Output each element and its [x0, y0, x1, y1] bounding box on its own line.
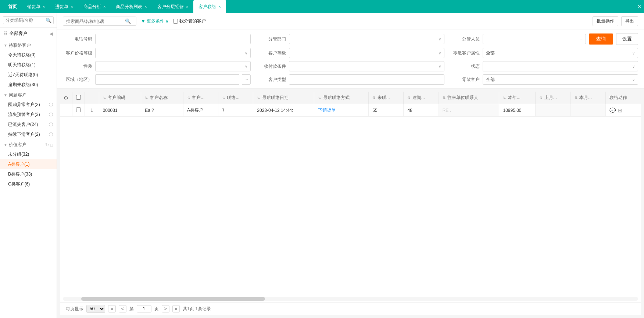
sidebar-search-icon[interactable]: 🔍 — [46, 18, 51, 23]
td-checkbox — [72, 104, 85, 117]
nav-tab-home-label: 首页 — [8, 4, 17, 10]
export-button[interactable]: 导出 — [621, 16, 638, 26]
first-page-button[interactable]: « — [108, 305, 116, 312]
customer-level-input[interactable]: ∨ — [289, 48, 444, 58]
status-input[interactable]: ∨ — [483, 61, 638, 71]
price-level-input[interactable]: ∨ — [95, 48, 251, 58]
retail-attr-arrow-icon: ∨ — [632, 51, 635, 55]
select-all-checkbox[interactable] — [76, 95, 81, 100]
th-last-contact-way: ⇅ 最后联络方式 — [314, 92, 369, 104]
per-page-select[interactable]: 50 100 200 — [86, 305, 105, 313]
sidebar-section-problem[interactable]: ▼ 问题客户 — [0, 90, 57, 100]
top-navigation: 首页 销货单 × 进货单 × 商品分析 × 商品分析列表 × 客户分层经营 × … — [0, 0, 644, 13]
sidebar-item-7day-pending[interactable]: 近7天待联络(0) — [0, 70, 57, 80]
page-number-input[interactable] — [137, 305, 151, 312]
last-contact-way[interactable]: 下销货单 — [318, 107, 336, 113]
dept-input[interactable]: ∨ — [289, 34, 444, 44]
next-page-button[interactable]: > — [162, 305, 169, 312]
sidebar-section-pending[interactable]: ▼ 待联络客户 — [0, 40, 57, 50]
manager-input[interactable]: ··· — [483, 34, 586, 44]
dept-label: 分管部门 — [257, 36, 286, 42]
sidebar-item-churn-warning[interactable]: 流失预警客户(3) ⓘ — [0, 110, 57, 120]
retail-value: 全部 — [486, 77, 495, 83]
customer-table: ⚙ ⇅ 客户编码 ⇅ 客户名 — [60, 92, 641, 117]
batch-operation-button[interactable]: 批量操作 — [593, 16, 618, 26]
filter-row-status: 状态 ∨ — [450, 61, 638, 71]
th-this-month: ⇅ 本月... — [570, 92, 605, 104]
td-this-month — [570, 104, 605, 117]
grid-action-icon[interactable]: ⊞ — [618, 107, 622, 113]
customer-name: Ea — [145, 108, 150, 113]
sidebar-item-class-c[interactable]: C类客户(6) — [0, 179, 57, 189]
retail-input[interactable]: 全部 ∨ — [483, 74, 638, 85]
unit-contact-value: RE . — [443, 108, 451, 113]
sidebar-item-today-pending[interactable]: 今天待联络(0) — [0, 50, 57, 60]
td-contact: 7 — [218, 104, 253, 117]
sidebar-item-overdue-pending[interactable]: 逾期未联络(30) — [0, 80, 57, 90]
nature-input[interactable]: ∨ — [95, 61, 251, 71]
value-settings-icon[interactable]: □ — [50, 142, 53, 148]
nav-tab-analysis-list-close[interactable]: × — [144, 4, 147, 9]
sidebar-item-declining[interactable]: 持续下滑客户(2) ⓘ — [0, 130, 57, 139]
th-last-contact-date: ⇅ 最后联络日期 — [253, 92, 314, 104]
value-refresh-icon[interactable]: ↻ — [45, 142, 49, 148]
comment-action-icon[interactable]: 💬 — [609, 107, 616, 113]
main-layout: 🔍 ⠿ 全部客户 ◀ ▼ 待联络客户 今天待联络(0) 明天待联络(1) 近7天… — [0, 13, 644, 318]
region-input[interactable] — [95, 74, 239, 85]
sidebar-item-churned[interactable]: 已流失客户(24) ⓘ — [0, 120, 57, 130]
horizontal-scrollbar[interactable] — [63, 297, 638, 301]
retail-attr-input[interactable]: 全部 ∨ — [483, 48, 638, 58]
table-container: ⚙ ⇅ 客户编码 ⇅ 客户名 — [60, 92, 641, 315]
nav-tab-analysis[interactable]: 商品分析 × — [78, 0, 111, 13]
nav-tab-customer-contact[interactable]: 客户联络 × — [193, 0, 226, 13]
th-last-month: ⇅ 上月... — [536, 92, 570, 104]
nav-tab-customer-contact-close[interactable]: × — [218, 4, 221, 9]
my-customers-filter[interactable]: 我分管的客户 — [173, 18, 206, 24]
last-page-button[interactable]: » — [172, 305, 180, 312]
region-dots-button[interactable]: ··· — [242, 74, 251, 85]
sidebar-item-ungrouped[interactable]: 未分组(32) — [0, 149, 57, 159]
th-num — [85, 92, 99, 104]
table-scroll[interactable]: ⚙ ⇅ 客户编码 ⇅ 客户名 — [60, 92, 641, 296]
row-num: 1 — [90, 108, 93, 113]
sidebar-section-value-label: 价值客户 — [9, 142, 26, 148]
nav-tab-purchase-close[interactable]: × — [71, 4, 73, 9]
nav-tab-sales-close[interactable]: × — [43, 4, 45, 9]
filter-search-input[interactable] — [66, 19, 125, 24]
table-row: 1 000031 Ea ? A类客户 — [60, 104, 641, 117]
nav-tab-purchase[interactable]: 进货单 × — [50, 0, 78, 13]
settings-button[interactable]: 设置 — [616, 33, 638, 45]
customer-code: 000031 — [103, 108, 118, 113]
retail-label: 零散客户 — [450, 77, 480, 83]
filter-search-icon[interactable]: 🔍 — [125, 18, 131, 24]
last-contact-date: 2023-04-12 14:44: — [257, 108, 293, 113]
sidebar-item-class-b[interactable]: B类客户(33) — [0, 169, 57, 179]
gear-icon[interactable]: ⚙ — [64, 95, 68, 101]
query-button[interactable]: 查询 — [589, 33, 613, 45]
sidebar-item-7day-pending-label: 近7天待联络(0) — [8, 72, 38, 77]
payment-input[interactable]: ∨ — [289, 61, 444, 71]
sidebar-item-hoarding[interactable]: 囤购异常客户(2) ⓘ — [0, 100, 57, 110]
customer-type-input[interactable] — [289, 74, 444, 85]
close-all-tabs-button[interactable]: × — [638, 3, 641, 10]
filter-row-payment: 收付款条件 ∨ — [257, 61, 444, 71]
sidebar-item-tomorrow-pending[interactable]: 明天待联络(1) — [0, 60, 57, 70]
declining-info-icon: ⓘ — [49, 132, 53, 137]
nav-tab-customer-layer-close[interactable]: × — [186, 4, 188, 9]
pending-arrow-icon: ▼ — [4, 43, 7, 47]
last-contact-date-sort-icon: ⇅ — [257, 96, 260, 100]
sidebar-collapse-icon[interactable]: ◀ — [50, 31, 53, 36]
row-checkbox[interactable] — [76, 107, 81, 112]
nav-tab-customer-layer[interactable]: 客户分层经营 × — [152, 0, 193, 13]
sidebar-search-row: 🔍 — [0, 13, 57, 28]
my-customers-checkbox[interactable] — [173, 19, 178, 24]
nav-tab-sales[interactable]: 销货单 × — [22, 0, 50, 13]
nav-tab-analysis-list[interactable]: 商品分析列表 × — [111, 0, 152, 13]
nav-tab-analysis-close[interactable]: × — [103, 4, 105, 9]
filter-more-conditions[interactable]: ▼ 更多条件 ∨ — [141, 18, 169, 24]
phone-input[interactable] — [95, 34, 251, 44]
sidebar-item-class-a[interactable]: A类客户(1) — [0, 159, 57, 169]
nav-tab-home[interactable]: 首页 — [3, 0, 22, 13]
prev-page-button[interactable]: < — [119, 305, 126, 312]
scrollbar-thumb[interactable] — [81, 297, 265, 301]
